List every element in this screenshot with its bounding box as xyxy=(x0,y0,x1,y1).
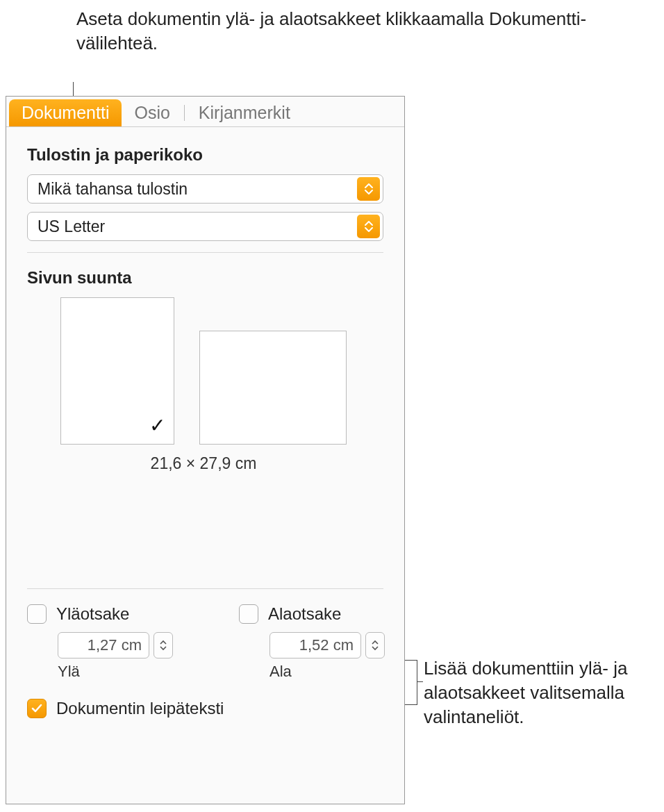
header-checkbox[interactable] xyxy=(27,604,47,624)
section-divider xyxy=(27,588,383,589)
tab-document-label: Dokumentti xyxy=(22,103,109,123)
section-divider xyxy=(27,252,383,253)
tab-bar: Dokumentti Osio Kirjanmerkit xyxy=(6,97,404,127)
panel-body: Tulostin ja paperikoko Mikä tahansa tulo… xyxy=(6,127,404,745)
footer-checkbox-row: Alaotsake xyxy=(239,604,402,624)
document-body-checkbox[interactable] xyxy=(27,699,47,718)
footer-checkbox[interactable] xyxy=(239,604,258,624)
document-body-checkbox-label: Dokumentin leipäteksti xyxy=(56,699,224,718)
tab-section-label: Osio xyxy=(134,103,169,123)
orientation-row: ✓ xyxy=(60,297,383,445)
footer-margin-stepper-buttons[interactable] xyxy=(365,632,385,658)
header-checkbox-label: Yläotsake xyxy=(56,604,129,624)
printer-paper-title: Tulostin ja paperikoko xyxy=(27,145,383,165)
orientation-title: Sivun suunta xyxy=(27,268,383,288)
paper-size-popup-value: US Letter xyxy=(38,217,105,236)
header-margin-value: 1,27 cm xyxy=(88,636,142,654)
document-body-checkbox-row: Dokumentin leipäteksti xyxy=(27,699,383,718)
tab-section[interactable]: Osio xyxy=(122,99,182,126)
header-checkbox-row: Yläotsake xyxy=(27,604,190,624)
footer-checkbox-label: Alaotsake xyxy=(268,604,341,624)
page-size-label: 21,6 × 27,9 cm xyxy=(60,454,347,473)
header-margin-stepper-buttons[interactable] xyxy=(153,632,173,658)
tab-bookmarks-label: Kirjanmerkit xyxy=(199,103,290,123)
checkmark-icon: ✓ xyxy=(149,414,165,437)
header-column: Yläotsake 1,27 cm Ylä xyxy=(27,604,190,681)
header-margin-stepper: 1,27 cm xyxy=(58,632,190,658)
footer-margin-value: 1,52 cm xyxy=(299,636,354,654)
callout-top-text: Aseta dokumentin ylä- ja alaotsakkeet kl… xyxy=(76,8,586,53)
paper-size-popup[interactable]: US Letter xyxy=(27,212,383,241)
footer-column: Alaotsake 1,52 cm Ala xyxy=(239,604,402,681)
printer-popup[interactable]: Mikä tahansa tulostin xyxy=(27,174,383,204)
printer-popup-value: Mikä tahansa tulostin xyxy=(38,180,188,199)
footer-margin-field[interactable]: 1,52 cm xyxy=(269,632,361,658)
footer-margin-sublabel: Ala xyxy=(269,663,402,681)
updown-arrows-icon xyxy=(357,215,380,238)
tab-separator xyxy=(184,105,185,121)
orientation-landscape-button[interactable] xyxy=(199,331,347,445)
footer-margin-stepper: 1,52 cm xyxy=(269,632,402,658)
callout-right-tick xyxy=(417,681,423,682)
header-margin-field[interactable]: 1,27 cm xyxy=(58,632,149,658)
callout-top: Aseta dokumentin ylä- ja alaotsakkeet kl… xyxy=(76,7,664,56)
document-inspector-panel: Dokumentti Osio Kirjanmerkit Tulostin ja… xyxy=(6,96,405,804)
updown-arrows-icon xyxy=(357,177,380,201)
header-margin-sublabel: Ylä xyxy=(58,663,190,681)
callout-right: Lisää dokumenttiin ylä- ja alaotsakkeet … xyxy=(424,656,664,729)
callout-top-leader-line xyxy=(73,82,74,96)
callout-right-text: Lisää dokumenttiin ylä- ja alaotsakkeet … xyxy=(424,658,627,727)
tab-document[interactable]: Dokumentti xyxy=(9,99,122,126)
header-footer-row: Yläotsake 1,27 cm Ylä xyxy=(27,604,383,681)
callout-right-bracket xyxy=(405,660,417,705)
tab-bookmarks[interactable]: Kirjanmerkit xyxy=(186,99,303,126)
orientation-portrait-button[interactable]: ✓ xyxy=(60,297,174,445)
